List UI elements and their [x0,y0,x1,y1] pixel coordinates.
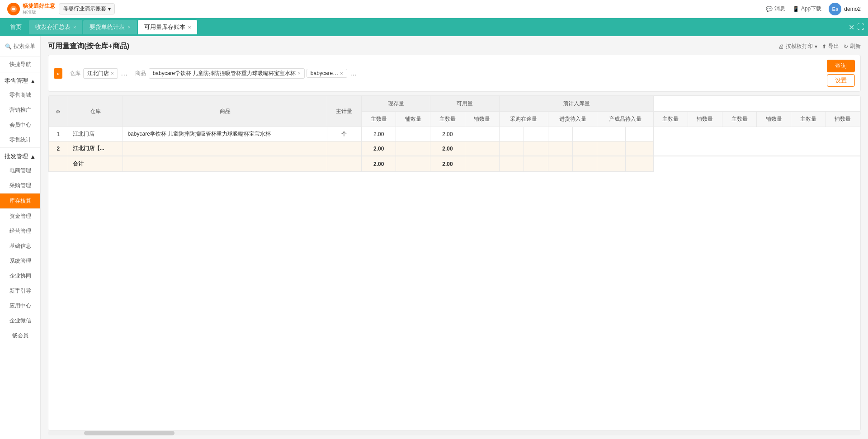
row2-warehouse: 江北门店【... [68,142,123,156]
tab-order-stats-label: 要货单统计表 [90,23,125,31]
sidebar-item-members[interactable]: 会员中心 [0,118,40,132]
row2-unit [327,142,361,156]
message-btn[interactable]: 💬 消息 [766,5,785,13]
tab-order-stats[interactable]: 要货单统计表 × [83,20,137,34]
tab-order-stats-close[interactable]: × [127,24,130,30]
row2-stock-main: 2.00 [362,142,396,156]
sidebar-section-retail: 零售管理 ▲ 零售商城 营销推广 会员中心 零售统计 [0,72,40,148]
sidebar-search[interactable]: 🔍 搜索菜单 [0,36,40,57]
sidebar-item-app-center[interactable]: 应用中心 [0,298,40,313]
sidebar-item-inventory[interactable]: 库存核算 [0,194,40,208]
sidebar-item-ecommerce[interactable]: 电商管理 [0,163,40,178]
sidebar-quick-nav[interactable]: 快捷导航 [0,57,40,72]
logo-area: 畅捷通好生意 标准版 [7,3,55,15]
quick-nav-label: 快捷导航 [9,61,31,67]
tab-available-inventory-close[interactable]: × [188,24,191,30]
sidebar-item-enterprise-wechat[interactable]: 企业微信 [0,313,40,328]
sidebar-item-finance[interactable]: 资金管理 [0,209,40,224]
sidebar-item-retail-mall[interactable]: 零售商城 [0,88,40,103]
row2-purchase-main [499,142,524,156]
th-available-sub: 辅数量 [465,112,499,127]
sidebar-section-wholesale-header[interactable]: 批发管理 ▲ [0,148,40,163]
product-tag-2-remove[interactable]: × [340,71,343,76]
warehouse-filter: 仓库 江北门店 × … [70,68,127,79]
retail-section-label: 零售管理 [5,77,28,85]
warehouse-tag-remove[interactable]: × [111,71,113,76]
sidebar-item-procurement[interactable]: 采购管理 [0,178,40,193]
sidebar-item-marketing[interactable]: 营销推广 [0,103,40,118]
export-btn[interactable]: ⬆ 导出 [822,42,839,50]
warehouse-more-btn[interactable]: … [121,69,128,77]
sidebar-item-system[interactable]: 系统管理 [0,254,40,269]
settings-filter-btn[interactable]: 设置 [827,74,855,87]
user-area[interactable]: Ea demo2 [829,3,861,15]
maximize-window-btn[interactable]: ⛶ [857,23,864,32]
sidebar-item-enterprise-collab[interactable]: 企业协同 [0,269,40,283]
row1-seq: 1 [49,127,68,142]
th-settings[interactable]: ⚙ [49,96,68,127]
th-sub: 主数量 [722,112,757,127]
footer-label: 合计 [68,156,123,172]
avatar: Ea [829,3,841,15]
refresh-icon: ↻ [844,43,848,50]
print-icon: 🖨 [778,43,784,50]
app-icon: 📱 [793,6,799,12]
tab-available-inventory[interactable]: 可用量库存账本 × [138,20,197,34]
sidebar-item-new-guide[interactable]: 新手引导 [0,283,40,298]
row1-production-sub [625,127,653,142]
product-tag-1[interactable]: babycare学饮杯 儿童防摔防撞吸管杯重力球吸嘴杯宝宝水杯 × [149,68,305,79]
logo-icon [7,3,20,15]
filter-expand-btn[interactable]: » [54,68,62,79]
row1-warehouse: 江北门店 [68,127,123,142]
search-menu-btn[interactable]: 🔍 搜索菜单 [4,41,37,52]
th-purchase-group: 采购在途量 [499,112,548,127]
row2-purchase-sub [524,142,548,156]
warehouse-tag[interactable]: 江北门店 × [83,68,118,79]
th-incoming-sub-group: 进货待入量 [548,112,597,127]
print-btn[interactable]: 🖨 按模板打印 ▾ [778,42,817,50]
row1-stock-sub [396,127,430,142]
th-production-group: 产成品待入量 [597,112,653,127]
sidebar-item-operations[interactable]: 经营管理 [0,224,40,239]
table-scrollbar-thumb[interactable] [84,431,175,435]
sidebar-section-retail-header[interactable]: 零售管理 ▲ [0,72,40,88]
tab-available-inventory-label: 可用量库存账本 [144,23,185,31]
th-product: 商品 [123,96,327,127]
settings-icon: ⚙ [56,109,61,115]
query-btn[interactable]: 查询 [827,60,855,72]
sidebar-item-retail-stats[interactable]: 零售统计 [0,132,40,147]
org-selector[interactable]: 母婴行业演示账套 ▾ [59,3,115,14]
refresh-btn[interactable]: ↻ 刷新 [844,42,861,50]
table-container: ⚙ 仓库 商品 主计量 现存量 可用量 预计入库量 主数量 辅数量 主数量 辅数… [48,95,861,431]
sidebar-item-basic-info[interactable]: 基础信息 [0,239,40,254]
product-filter: 商品 babycare学饮杯 儿童防摔防撞吸管杯重力球吸嘴杯宝宝水杯 × bab… [135,68,357,79]
table-scrollbar[interactable] [48,431,861,435]
product-label: 商品 [135,70,146,77]
wholesale-section-label: 批发管理 [5,152,28,160]
product-more-btn[interactable]: … [350,69,357,77]
close-window-btn[interactable]: ✕ [849,23,854,32]
app-download-btn[interactable]: 📱 App下载 [793,5,821,13]
product-tag-1-remove[interactable]: × [297,71,300,76]
product-tag-2[interactable]: babycare… × [307,69,347,78]
row1-available-main: 2.00 [430,127,465,142]
th-sub: 主数量 [791,112,826,127]
org-dropdown-icon: ▾ [108,6,111,12]
refresh-label: 刷新 [850,42,861,50]
footer-stock-main: 2.00 [362,156,396,172]
filter-actions: 查询 设置 [827,60,855,87]
tab-receivables[interactable]: 收发存汇总表 × [29,20,82,34]
tab-receivables-close[interactable]: × [73,24,76,30]
print-label: 按模板打印 [786,42,813,50]
nav-tabs: 首页 收发存汇总表 × 要货单统计表 × 可用量库存账本 × ✕ ⛶ [0,18,868,36]
sidebar-item-chang-member[interactable]: 畅会员 [0,328,40,343]
tab-home[interactable]: 首页 [4,20,28,34]
content-area: 可用量查询(按仓库+商品) 🖨 按模板打印 ▾ ⬆ 导出 ↻ 刷新 » [41,36,868,439]
export-label: 导出 [828,42,839,50]
top-bar: 畅捷通好生意 标准版 母婴行业演示账套 ▾ 💬 消息 📱 App下载 Ea de… [0,0,868,18]
row2-production-sub [625,142,653,156]
logo-subtitle: 标准版 [23,9,55,15]
row1-production-main [597,127,625,142]
warehouse-tags: 江北门店 × [83,68,118,79]
print-dropdown-icon: ▾ [815,43,817,50]
